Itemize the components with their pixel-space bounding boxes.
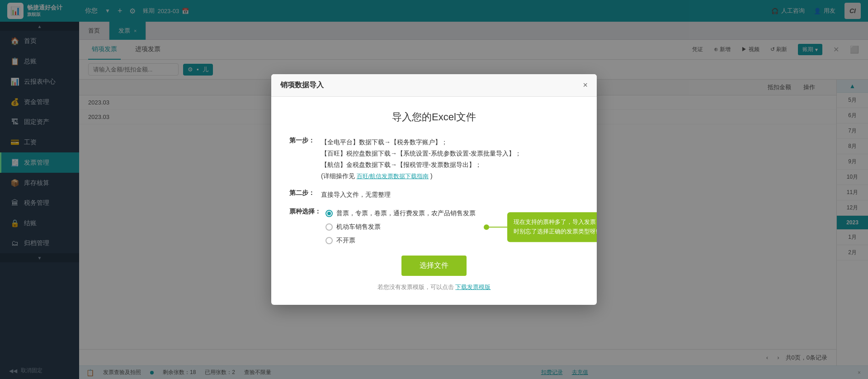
step-1-row: 第一步： 【全电平台】数据下载→【税务数字账户】； 【百旺】税控盘数据下载→【系… bbox=[289, 137, 579, 182]
radio-group: 普票，专票，卷票，通行费发票，农产品销售发票 机动车销售发票 × 现在支持的票种… bbox=[326, 209, 476, 245]
tooltip-dot bbox=[484, 224, 489, 230]
step-1-link-suffix: ) bbox=[430, 172, 433, 180]
radio-3-label: 不开票 bbox=[336, 237, 355, 245]
modal-body: 导入您的Excel文件 第一步： 【全电平台】数据下载→【税务数字账户】； 【百… bbox=[271, 97, 597, 305]
import-modal: 销项数据导入 × 导入您的Excel文件 第一步： 【全电平台】数据下载→【税务… bbox=[271, 74, 597, 305]
radio-2-circle bbox=[326, 223, 333, 231]
modal-close-button[interactable]: × bbox=[583, 81, 588, 90]
download-prefix: 若您没有发票模版，可以点击 bbox=[377, 284, 454, 290]
step-1-line-2: 【百旺】税控盘数据下载→【系统设置-系统参数设置-发票批量导入】； bbox=[321, 148, 521, 159]
radio-option-1[interactable]: 普票，专票，卷票，通行费发票，农产品销售发票 bbox=[326, 209, 476, 218]
step-1-content: 【全电平台】数据下载→【税务数字账户】； 【百旺】税控盘数据下载→【系统设置-系… bbox=[321, 137, 521, 182]
step-1-link-row: (详细操作见 百旺/航信发票数据下载指南 ) bbox=[321, 171, 521, 182]
tooltip-bubble: × 现在支持的票种多了，导入发票时别忘了选择正确的发票类型呀! bbox=[507, 213, 597, 242]
modal-header: 销项数据导入 × bbox=[271, 74, 597, 97]
download-link-row: 若您没有发票模版，可以点击 下载发票模版 bbox=[289, 283, 579, 291]
step-1-guide-link[interactable]: 百旺/航信发票数据下载指南 bbox=[357, 173, 429, 180]
tooltip-line bbox=[489, 227, 507, 227]
radio-2-label: 机动车销售发票 bbox=[336, 223, 381, 231]
step-2-row: 第二步： 直接导入文件，无需整理 bbox=[289, 189, 579, 200]
select-file-button[interactable]: 选择文件 bbox=[401, 256, 467, 276]
step-1-label: 第一步： bbox=[289, 137, 316, 145]
modal-main-title: 导入您的Excel文件 bbox=[289, 110, 579, 124]
modal-overlay: 销项数据导入 × 导入您的Excel文件 第一步： 【全电平台】数据下载→【税务… bbox=[0, 0, 868, 379]
radio-1-label: 普票，专票，卷票，通行费发票，农产品销售发票 bbox=[336, 209, 476, 218]
step-1-link-prefix: (详细操作见 bbox=[321, 172, 355, 180]
tooltip-connector: × 现在支持的票种多了，导入发票时别忘了选择正确的发票类型呀! bbox=[484, 213, 597, 242]
ticket-label: 票种选择： bbox=[289, 208, 321, 216]
step-2-label: 第二步： bbox=[289, 189, 316, 197]
step-1-line-3: 【航信】金税盘数据下载→【报税管理-发票数据导出】； bbox=[321, 159, 521, 171]
tooltip-text: 现在支持的票种多了，导入发票时别忘了选择正确的发票类型呀! bbox=[514, 219, 597, 235]
radio-option-3[interactable]: 不开票 bbox=[326, 237, 476, 245]
radio-3-circle bbox=[326, 237, 333, 244]
modal-title: 销项数据导入 bbox=[280, 81, 324, 90]
radio-1-circle bbox=[326, 210, 333, 217]
step-1-line-1: 【全电平台】数据下载→【税务数字账户】； bbox=[321, 137, 521, 148]
step-2-text: 直接导入文件，无需整理 bbox=[321, 189, 391, 200]
download-template-link[interactable]: 下载发票模版 bbox=[455, 284, 491, 290]
radio-option-2[interactable]: 机动车销售发票 × 现在支持的票种多了，导入发票时别忘了选择正确的发票类型呀! bbox=[326, 223, 476, 231]
ticket-selection-row: 票种选择： 普票，专票，卷票，通行费发票，农产品销售发票 机动车销售发票 bbox=[289, 208, 579, 245]
